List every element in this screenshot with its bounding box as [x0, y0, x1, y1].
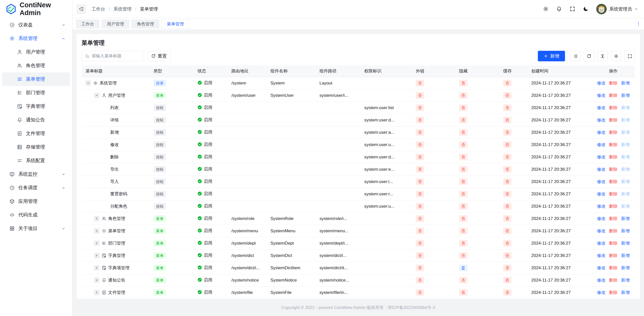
edit-action[interactable]: 修改 [597, 179, 606, 184]
sidebar-item-schedule[interactable]: 任务调度 [2, 181, 70, 195]
add-action[interactable]: 新增 [621, 253, 630, 258]
expand-toggle[interactable] [94, 278, 99, 283]
sidebar-item-file-mgmt[interactable]: 文件管理 [2, 127, 70, 140]
expand-toggle[interactable] [94, 290, 99, 295]
expand-toggle[interactable] [94, 216, 99, 221]
edit-action[interactable]: 修改 [597, 130, 606, 135]
delete-action[interactable]: 删除 [609, 179, 618, 184]
edit-action[interactable]: 修改 [597, 81, 606, 85]
sidebar-item-notice-mgmt[interactable]: 通知公告 [2, 113, 70, 127]
add-button[interactable]: 新增 [538, 51, 565, 61]
refresh-button[interactable] [584, 51, 594, 61]
add-action[interactable]: 新增 [621, 265, 630, 270]
sidebar-item-code-gen[interactable]: 代码生成 [2, 208, 70, 222]
expand-toggle[interactable] [94, 253, 99, 258]
expand-toggle[interactable] [94, 265, 99, 270]
sidebar-item-system-config[interactable]: 系统配置 [2, 154, 70, 167]
table-row: 导出按钮启用system:user:e...否否否2024-11-17 20:3… [82, 163, 635, 175]
hidden-badge: 否 [459, 92, 467, 99]
delete-action[interactable]: 删除 [609, 204, 618, 209]
search-input[interactable] [92, 54, 141, 59]
tab-menu-mgmt[interactable]: 菜单管理 [162, 20, 189, 28]
menu-title: 修改 [110, 142, 119, 148]
edit-action[interactable]: 修改 [597, 142, 606, 147]
edit-action[interactable]: 修改 [597, 192, 606, 196]
expand-toggle[interactable] [94, 93, 99, 98]
add-action[interactable]: 新增 [621, 216, 630, 221]
sidebar-item-dept-mgmt[interactable]: 部门管理 [2, 86, 70, 100]
delete-action[interactable]: 删除 [609, 216, 618, 221]
delete-action[interactable]: 删除 [609, 290, 618, 295]
sidebar-item-dashboard[interactable]: 仪表盘 [2, 18, 70, 32]
edit-action[interactable]: 修改 [597, 93, 606, 98]
delete-action[interactable]: 删除 [609, 142, 618, 147]
delete-action[interactable]: 删除 [609, 81, 618, 85]
sidebar-item-role-mgmt[interactable]: 角色管理 [2, 59, 70, 72]
expand-toggle[interactable] [94, 241, 99, 246]
sidebar-collapse-icon[interactable] [76, 4, 86, 14]
edit-action[interactable]: 修改 [597, 229, 606, 233]
add-action[interactable]: 新增 [621, 290, 630, 295]
chevron-down-icon [634, 7, 638, 11]
add-action[interactable]: 新增 [621, 241, 630, 246]
tab-user-mgmt[interactable]: 用户管理 [102, 20, 129, 28]
edit-action[interactable]: 修改 [597, 253, 606, 258]
delete-action[interactable]: 删除 [609, 192, 618, 196]
user-menu[interactable]: 系统管理员 [596, 4, 638, 14]
delete-action[interactable]: 删除 [609, 253, 618, 258]
add-action[interactable]: 新增 [621, 81, 630, 85]
edit-action[interactable]: 修改 [597, 105, 606, 110]
delete-action[interactable]: 删除 [609, 130, 618, 135]
footer: Copyright © 2022 - present ContiNew Admi… [72, 299, 644, 316]
sidebar-item-user-mgmt[interactable]: 用户管理 [2, 45, 70, 59]
breadcrumb-item[interactable]: 工作台 [92, 6, 105, 12]
sidebar-item-dict-mgmt[interactable]: 字典管理 [2, 100, 70, 113]
app-logo[interactable]: ContiNew Admin [0, 0, 72, 18]
fullscreen-button[interactable] [624, 51, 635, 61]
list-button[interactable] [570, 51, 581, 61]
tab-actions-icon[interactable] [636, 21, 641, 26]
delete-action[interactable]: 删除 [609, 167, 618, 172]
delete-action[interactable]: 删除 [609, 229, 618, 233]
expand-toggle[interactable] [86, 80, 91, 86]
delete-action[interactable]: 删除 [609, 93, 618, 98]
add-action[interactable]: 新增 [621, 93, 630, 98]
delete-action[interactable]: 删除 [609, 118, 618, 122]
sidebar-item-system[interactable]: 系统管理 [2, 32, 70, 45]
delete-action[interactable]: 删除 [609, 241, 618, 246]
delete-action[interactable]: 删除 [609, 265, 618, 270]
delete-action[interactable]: 删除 [609, 278, 618, 283]
sidebar-item-menu-mgmt[interactable]: 菜单管理 [2, 72, 70, 86]
moon-icon[interactable] [583, 6, 589, 12]
edit-action[interactable]: 修改 [597, 167, 606, 172]
edit-action[interactable]: 修改 [597, 204, 606, 209]
type-badge: 按钮 [153, 166, 166, 173]
edit-action[interactable]: 修改 [597, 118, 606, 122]
edit-action[interactable]: 修改 [597, 241, 606, 246]
sidebar-item-monitor[interactable]: 系统监控 [2, 167, 70, 181]
created-time-cell: 2024-11-17 20:36:27 [527, 262, 591, 274]
breadcrumb-item[interactable]: 系统管理 [113, 6, 132, 12]
settings-icon[interactable] [543, 6, 549, 12]
sidebar-item-about[interactable]: 关于项目 [2, 222, 70, 235]
settings-icon [93, 81, 98, 85]
tab-role-mgmt[interactable]: 角色管理 [132, 20, 159, 28]
edit-action[interactable]: 修改 [597, 265, 606, 270]
add-action[interactable]: 新增 [621, 278, 630, 283]
sidebar-item-storage-mgmt[interactable]: 存储管理 [2, 140, 70, 154]
bell-icon[interactable] [556, 6, 562, 12]
fullscreen-icon[interactable] [570, 6, 575, 12]
edit-action[interactable]: 修改 [597, 278, 606, 283]
edit-action[interactable]: 修改 [597, 216, 606, 221]
settings-button[interactable] [611, 51, 621, 61]
reset-button[interactable]: 重置 [147, 51, 171, 61]
edit-action[interactable]: 修改 [597, 290, 606, 295]
tab-workbench[interactable]: 工作台 [76, 20, 99, 28]
delete-action[interactable]: 删除 [609, 105, 618, 110]
edit-action[interactable]: 修改 [597, 155, 606, 159]
line-height-button[interactable] [597, 51, 608, 61]
delete-action[interactable]: 删除 [609, 155, 618, 159]
expand-toggle[interactable] [94, 228, 99, 234]
add-action[interactable]: 新增 [621, 229, 630, 233]
sidebar-item-app-mgmt[interactable]: 应用管理 [2, 195, 70, 208]
